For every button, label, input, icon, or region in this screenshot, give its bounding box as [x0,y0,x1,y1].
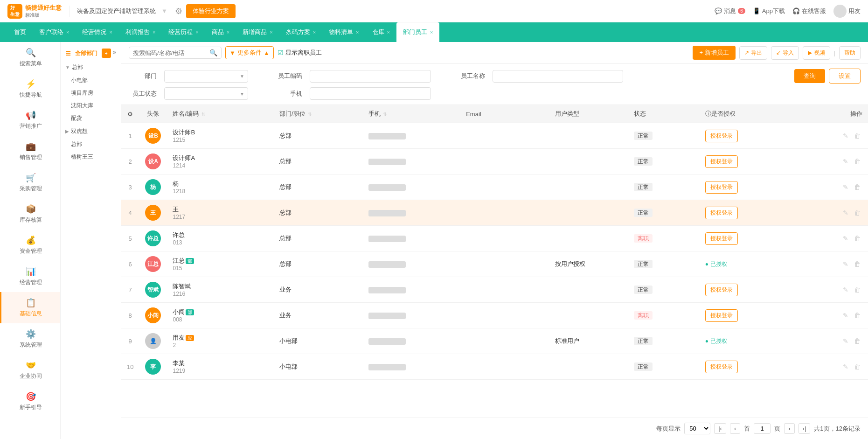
view-btn[interactable]: ▶ 视频 [803,46,830,60]
tab-operation-status[interactable]: 经营情况 × [76,22,118,42]
show-resigned-checkbox[interactable]: ☑ 显示离职员工 [278,49,322,57]
nav-search-menu[interactable]: 🔍 搜索菜单 [0,42,60,73]
col-dept[interactable]: 部门/职位 ⇅ [274,105,363,123]
dept-sy[interactable]: 沈阳大库 [61,99,121,112]
export-btn[interactable]: ↗ 导出 [739,46,767,60]
tab-home[interactable]: 首页 [7,22,33,42]
col-settings[interactable]: ⚙ [121,105,139,123]
edit-icon[interactable]: ✎ [841,182,850,192]
edit-icon[interactable]: ✎ [841,234,850,243]
dept-sx[interactable]: ▶ 双虎想 [61,125,121,138]
nav-collab[interactable]: 🤝 企业协同 [0,355,60,386]
dept-select[interactable] [164,70,248,83]
dept-hq[interactable]: ▼ 总部 [61,61,121,74]
nav-sales[interactable]: 💼 销售管理 [0,136,60,167]
tab-bom[interactable]: 物料清单 × [322,22,365,42]
dept-xd[interactable]: 小电部 [61,74,121,87]
tab-goods[interactable]: 商品 × [205,22,236,42]
edit-icon[interactable]: ✎ [841,311,850,320]
title-arrow-icon[interactable]: ▼ [161,7,167,14]
auth-login-btn[interactable]: 授权登录 [705,181,738,194]
nav-finance[interactable]: 💰 资金管理 [0,230,60,261]
tab-business[interactable]: 经营历程 × [162,22,205,42]
auth-login-btn[interactable]: 授权登录 [705,155,738,168]
auth-login-btn[interactable]: 授权登录 [705,309,738,322]
tab-close-icon[interactable]: × [195,29,198,35]
tab-close-icon[interactable]: × [66,29,69,35]
edit-icon[interactable]: ✎ [841,259,850,269]
emp-code-input[interactable] [310,70,431,83]
query-btn[interactable]: 查询 [794,69,825,83]
nav-basic[interactable]: 📋 基础信息 [0,292,60,323]
edit-icon[interactable]: ✎ [841,362,850,371]
delete-icon[interactable]: 🗑 [852,182,862,192]
delete-icon[interactable]: 🗑 [852,234,862,243]
dept-xm[interactable]: 项目库房 [61,87,121,99]
tab-employees[interactable]: 部门员工 × [396,22,439,42]
auth-login-btn[interactable]: 授权登录 [705,207,738,219]
search-icon[interactable]: 🔍 [209,49,217,56]
edit-icon[interactable]: ✎ [841,208,850,217]
reset-btn[interactable]: 设置 [829,69,861,84]
dept-add-icon[interactable]: + [102,49,111,58]
delete-icon[interactable]: 🗑 [852,311,862,320]
import-btn[interactable]: ↙ 导入 [771,46,799,60]
nav-system[interactable]: ⚙️ 系统管理 [0,323,60,355]
tab-warehouse[interactable]: 仓库 × [366,22,396,42]
add-employee-btn[interactable]: + 新增员工 [693,46,735,60]
nav-shortcut[interactable]: ⚡ 快捷导航 [0,73,60,105]
edit-icon[interactable]: ✎ [841,131,850,140]
message-btn[interactable]: 💬 消息 6 [715,7,745,15]
tab-close-icon[interactable]: × [227,29,229,35]
phone-input[interactable] [310,87,431,100]
tab-profit[interactable]: 利润报告 × [119,22,162,42]
nav-purchase[interactable]: 🛒 采购管理 [0,167,60,198]
tab-close-icon[interactable]: × [356,29,359,35]
more-filter-btn[interactable]: ▼ 更多条件 ▲ [225,46,274,59]
nav-inventory[interactable]: 📦 库存核算 [0,198,60,230]
tab-add-goods[interactable]: 新增商品 × [236,22,279,42]
delete-icon[interactable]: 🗑 [852,336,862,346]
edit-icon[interactable]: ✎ [841,285,850,294]
auth-login-btn[interactable]: 授权登录 [705,284,738,296]
tab-barcode[interactable]: 条码方案 × [279,22,322,42]
last-page-btn[interactable]: ›| [799,423,811,434]
tab-customer[interactable]: 客户联络 × [33,22,76,42]
next-page-btn[interactable]: › [784,423,794,434]
tab-close-icon[interactable]: × [270,29,272,35]
tab-close-icon[interactable]: × [109,29,112,35]
delete-icon[interactable]: 🗑 [852,362,862,371]
first-page-btn[interactable]: |‹ [714,423,726,434]
prev-page-btn[interactable]: ‹ [730,423,740,434]
emp-name-input[interactable] [493,70,623,83]
app-download-btn[interactable]: 📱 App下载 [753,7,785,15]
col-phone[interactable]: 手机 ⇅ [363,105,461,123]
user-avatar-btn[interactable]: 用友 [833,5,861,18]
online-service-btn[interactable]: 🎧 在线客服 [792,7,826,15]
search-input[interactable] [133,49,208,56]
auth-login-btn[interactable]: 授权登录 [705,130,738,142]
page-input[interactable] [754,423,771,434]
tab-close-icon[interactable]: × [313,29,316,35]
dept-collapse-icon[interactable]: » [113,49,116,58]
delete-icon[interactable]: 🗑 [852,131,862,140]
delete-icon[interactable]: 🗑 [852,285,862,294]
delete-icon[interactable]: 🗑 [852,259,862,269]
auth-login-btn[interactable]: 授权登录 [705,232,738,245]
delete-icon[interactable]: 🗑 [852,208,862,217]
auth-login-btn[interactable]: 授权登录 [705,361,738,373]
per-page-select[interactable]: 50 20 100 [684,423,710,434]
status-select[interactable] [164,87,248,100]
edit-icon[interactable]: ✎ [841,157,850,166]
edit-icon[interactable]: ✎ [841,336,850,346]
delete-icon[interactable]: 🗑 [852,157,862,166]
dept-pp[interactable]: 植树王三 [61,151,121,163]
col-name[interactable]: 姓名/编码 ⇅ [167,105,274,123]
nav-operation[interactable]: 📊 经营管理 [0,261,60,292]
tab-close-icon[interactable]: × [387,29,390,35]
tab-close-icon[interactable]: × [153,29,155,35]
dept-zb[interactable]: 总部 [61,138,121,151]
help-btn[interactable]: 帮助 [839,46,861,60]
tab-close-icon[interactable]: × [430,29,433,35]
nav-marketing[interactable]: 📢 营销推广 [0,105,60,136]
